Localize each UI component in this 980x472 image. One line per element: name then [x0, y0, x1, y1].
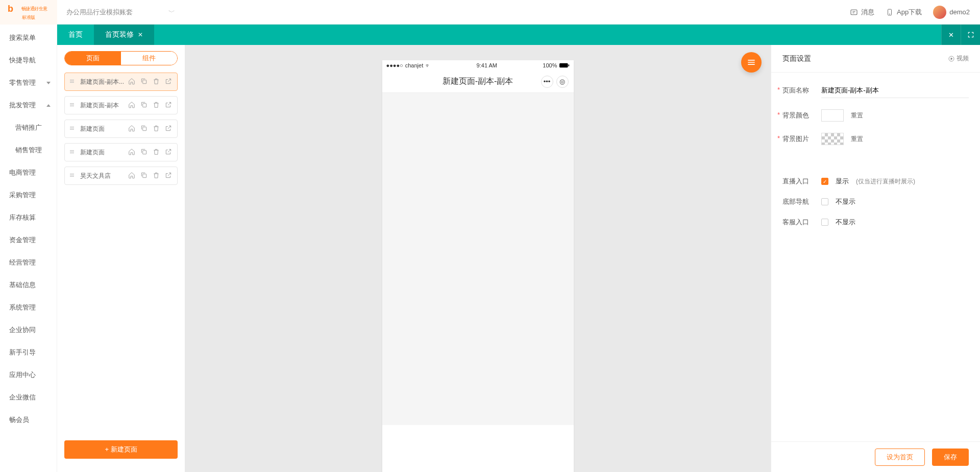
page-item[interactable]: 昊天文具店: [64, 167, 178, 185]
sidebar-item-guide[interactable]: 新手引导: [0, 341, 57, 364]
miniapp-close-icon[interactable]: ◎: [556, 76, 569, 88]
share-icon[interactable]: [165, 101, 173, 109]
bgimg-swatch[interactable]: [821, 133, 844, 145]
live-checkbox[interactable]: ✓: [821, 178, 828, 185]
bgcolor-swatch[interactable]: [821, 109, 844, 122]
home-icon[interactable]: [128, 172, 136, 180]
page-item[interactable]: 新建页面-副本: [64, 96, 178, 114]
tabbar: 首页 首页装修 ✕ ✕: [57, 25, 980, 45]
miniapp-menu-icon[interactable]: •••: [541, 76, 553, 88]
delete-icon[interactable]: [153, 101, 161, 109]
sidebar-sub-marketing[interactable]: 营销推广: [0, 116, 57, 139]
message-icon: [850, 8, 858, 16]
tab-home[interactable]: 首页: [57, 25, 94, 45]
svg-rect-0: [851, 10, 857, 14]
home-icon[interactable]: [128, 78, 136, 86]
menu-fab[interactable]: [741, 52, 762, 73]
tabbar-fullscreen-button[interactable]: [961, 25, 980, 45]
bottomnav-checkbox[interactable]: [821, 198, 828, 205]
sidebar-item-retail[interactable]: 零售管理: [0, 72, 57, 94]
video-link[interactable]: 视频: [948, 54, 969, 63]
share-icon[interactable]: [165, 125, 173, 133]
bottomnav-noshow: 不显示: [836, 197, 855, 206]
page-item[interactable]: 新建页面: [64, 143, 178, 161]
page-item[interactable]: 新建页面-副本...: [64, 73, 178, 91]
sidebar-item-wholesale[interactable]: 批发管理: [0, 94, 57, 116]
copy-icon[interactable]: [140, 78, 149, 86]
new-page-button[interactable]: + 新建页面: [64, 440, 178, 459]
delete-icon[interactable]: [153, 78, 161, 86]
live-label: 直播入口: [782, 177, 814, 186]
sidebar-item-wework[interactable]: 企业微信: [0, 386, 57, 409]
share-icon[interactable]: [165, 78, 173, 86]
tabbar-close-button[interactable]: ✕: [941, 25, 961, 45]
tab-decor[interactable]: 首页装修 ✕: [94, 25, 154, 45]
drag-icon[interactable]: [69, 172, 76, 179]
cs-label: 客服入口: [782, 218, 814, 227]
bgcolor-reset[interactable]: 重置: [851, 111, 863, 120]
bgimg-reset[interactable]: 重置: [851, 135, 863, 144]
sidebar-item-system[interactable]: 系统管理: [0, 296, 57, 319]
close-icon[interactable]: ✕: [138, 31, 143, 38]
sidebar-sub-sales[interactable]: 销售管理: [0, 139, 57, 161]
bottomnav-label: 底部导航: [782, 197, 814, 206]
delete-icon[interactable]: [153, 172, 161, 180]
logo[interactable]: b 畅捷通好生意 标准版: [0, 0, 57, 25]
carrier-text: chanjet: [405, 62, 423, 68]
copy-icon[interactable]: [140, 148, 149, 156]
share-icon[interactable]: [165, 148, 173, 156]
page-list-panel: 页面 组件 新建页面-副本...新建页面-副本新建页面新建页面昊天文具店 + 新…: [57, 45, 185, 472]
copy-icon[interactable]: [140, 125, 149, 133]
seg-page[interactable]: 页面: [65, 52, 121, 65]
delete-icon[interactable]: [153, 125, 161, 133]
set-home-button[interactable]: 设为首页: [875, 449, 925, 466]
sidebar-item-search[interactable]: 搜索菜单: [0, 27, 57, 49]
sidebar-item-apps[interactable]: 应用中心: [0, 364, 57, 386]
sidebar-item-purchase[interactable]: 采购管理: [0, 184, 57, 206]
page-name-input[interactable]: [821, 83, 969, 98]
topbar: b 畅捷通好生意 标准版 办公用品行业模拟账套 ﹀ 消息 App下载 demo2: [0, 0, 980, 25]
phone-time: 9:41 AM: [477, 62, 497, 68]
app-download-link[interactable]: App下载: [886, 8, 922, 17]
copy-icon[interactable]: [140, 172, 149, 180]
svg-point-2: [890, 13, 890, 14]
home-icon[interactable]: [128, 101, 136, 109]
sidebar-item-basic[interactable]: 基础信息: [0, 274, 57, 296]
share-icon[interactable]: [165, 172, 173, 180]
bgimg-label: 背景图片: [782, 134, 814, 144]
sidebar-item-collab[interactable]: 企业协同: [0, 319, 57, 341]
page-name: 新建页面-副本: [80, 101, 124, 110]
sidebar-item-funds[interactable]: 资金管理: [0, 229, 57, 251]
sidebar-item-quicknav[interactable]: 快捷导航: [0, 49, 57, 72]
sidebar-item-ops[interactable]: 经营管理: [0, 251, 57, 274]
seg-switch: 页面 组件: [64, 51, 178, 65]
phone-header: 新建页面-副本-副本 ••• ◎: [382, 70, 574, 93]
drag-icon[interactable]: [69, 78, 76, 85]
svg-rect-5: [143, 127, 146, 131]
home-icon[interactable]: [128, 125, 136, 133]
home-icon[interactable]: [128, 148, 136, 156]
page-name: 昊天文具店: [80, 172, 124, 180]
drag-icon[interactable]: [69, 149, 76, 156]
copy-icon[interactable]: [140, 101, 149, 109]
drag-icon[interactable]: [69, 102, 76, 109]
name-label: 页面名称: [782, 86, 814, 95]
phone-body[interactable]: [382, 93, 574, 425]
drag-icon[interactable]: [69, 125, 76, 132]
sidebar-item-member[interactable]: 畅会员: [0, 409, 57, 431]
save-button[interactable]: 保存: [932, 449, 969, 466]
svg-rect-6: [143, 151, 146, 154]
user-menu[interactable]: demo2: [933, 6, 970, 19]
sidebar-item-inventory[interactable]: 库存核算: [0, 206, 57, 229]
messages-link[interactable]: 消息: [850, 8, 874, 17]
page-item[interactable]: 新建页面: [64, 120, 178, 138]
video-label: 视频: [957, 54, 969, 63]
sidebar-item-ecom[interactable]: 电商管理: [0, 161, 57, 184]
seg-component[interactable]: 组件: [121, 52, 177, 65]
delete-icon[interactable]: [153, 148, 161, 156]
phone-icon: [886, 8, 894, 16]
account-selector[interactable]: 办公用品行业模拟账套 ﹀: [66, 8, 175, 17]
cs-checkbox[interactable]: [821, 219, 828, 226]
app-download-label: App下载: [897, 8, 922, 17]
bgcolor-label: 背景颜色: [782, 111, 814, 120]
